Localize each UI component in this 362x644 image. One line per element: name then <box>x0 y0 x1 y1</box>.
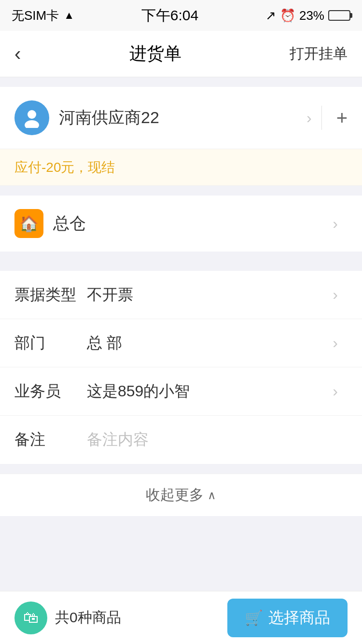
supplier-section: 河南供应商22 › + 应付-20元，现结 <box>0 87 362 186</box>
form-row-salesperson[interactable]: 业务员 这是859的小智 › <box>0 367 362 416</box>
supplier-row[interactable]: 河南供应商22 › + <box>0 87 362 149</box>
invoice-type-label: 票据类型 <box>14 284 82 306</box>
product-count-area: 🛍 共0种商品 <box>14 602 227 634</box>
select-product-icon: 🛒 <box>245 609 263 626</box>
shopping-bag-icon: 🛍 <box>23 609 39 627</box>
remark-placeholder: 备注内容 <box>82 429 348 450</box>
nav-bar: ‹ 进货单 打开挂单 <box>0 31 362 77</box>
add-button[interactable]: + <box>336 107 348 129</box>
carrier-text: 无SIM卡 <box>12 7 59 24</box>
section-gap-3 <box>0 252 362 261</box>
svg-point-0 <box>28 110 36 119</box>
form-row-department[interactable]: 部门 总 部 › <box>0 319 362 367</box>
section-gap-1 <box>0 77 362 87</box>
status-right: ↗ ⏰ 23% <box>265 8 350 23</box>
warehouse-icon: 🏠 <box>14 209 43 238</box>
notice-text: 应付-20元，现结 <box>14 160 115 175</box>
avatar <box>14 100 49 135</box>
salesperson-chevron: › <box>333 382 338 400</box>
invoice-type-value: 不开票 <box>82 284 333 306</box>
section-gap-2 <box>0 186 362 196</box>
product-count-text: 共0种商品 <box>55 608 121 628</box>
form-section: 票据类型 不开票 › 部门 总 部 › 业务员 这是859的小智 › 备注 备注… <box>0 271 362 464</box>
page-title: 进货单 <box>129 42 181 66</box>
collapse-bar[interactable]: 收起更多 ∧ <box>0 474 362 516</box>
collapse-label: 收起更多 <box>146 485 204 505</box>
section-gap-4 <box>0 516 362 526</box>
alarm-icon: ⏰ <box>280 8 295 23</box>
wifi-icon: ▲ <box>64 9 74 22</box>
invoice-type-chevron: › <box>333 286 338 304</box>
divider <box>321 106 322 130</box>
main-content: 河南供应商22 › + 应付-20元，现结 🏠 总仓 › 票据类型 不开票 › <box>0 77 362 579</box>
department-chevron: › <box>333 334 338 352</box>
department-value: 总 部 <box>82 333 333 354</box>
status-carrier: 无SIM卡 ▲ <box>12 7 74 24</box>
battery-icon <box>328 10 350 21</box>
person-icon <box>22 108 42 128</box>
form-row-remark[interactable]: 备注 备注内容 <box>0 416 362 464</box>
warehouse-row[interactable]: 🏠 总仓 › <box>0 196 362 252</box>
status-time: 下午6:04 <box>141 6 198 26</box>
salesperson-label: 业务员 <box>14 381 82 402</box>
svg-point-1 <box>25 120 39 128</box>
chevron-right-icon: › <box>306 109 312 127</box>
location-icon: ↗ <box>265 8 276 23</box>
status-bar: 无SIM卡 ▲ 下午6:04 ↗ ⏰ 23% <box>0 0 362 31</box>
select-product-label: 选择商品 <box>268 607 330 629</box>
form-row-invoice[interactable]: 票据类型 不开票 › <box>0 271 362 319</box>
back-button[interactable]: ‹ <box>14 43 21 65</box>
warehouse-name: 总仓 <box>53 212 333 235</box>
supplier-name: 河南供应商22 <box>59 107 306 129</box>
remark-label: 备注 <box>14 429 82 450</box>
open-pending-button[interactable]: 打开挂单 <box>290 44 348 64</box>
bottom-bar: 🛍 共0种商品 🛒 选择商品 <box>0 591 362 644</box>
department-label: 部门 <box>14 333 82 354</box>
salesperson-value: 这是859的小智 <box>82 381 333 402</box>
battery-text: 23% <box>299 8 324 23</box>
collapse-arrow-icon: ∧ <box>208 489 216 502</box>
product-icon-circle: 🛍 <box>14 602 47 634</box>
warehouse-chevron-icon: › <box>333 215 338 233</box>
warehouse-section: 🏠 总仓 › <box>0 196 362 252</box>
house-icon: 🏠 <box>19 214 39 233</box>
collapse-toggle[interactable]: 收起更多 ∧ <box>146 485 216 505</box>
notice-bar: 应付-20元，现结 <box>0 149 362 186</box>
select-product-button[interactable]: 🛒 选择商品 <box>227 599 348 637</box>
